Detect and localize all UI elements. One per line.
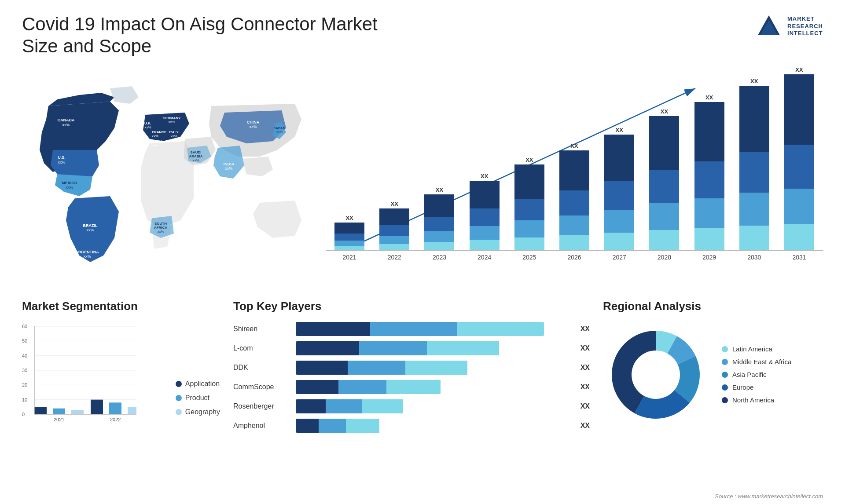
svg-text:BRAZIL: BRAZIL <box>83 223 98 228</box>
bar-year-label: 2031 <box>780 254 819 261</box>
bar-xx-label: XX <box>705 94 713 101</box>
bar-segment <box>604 135 634 181</box>
svg-text:xx%: xx% <box>66 185 73 190</box>
svg-text:FRANCE: FRANCE <box>152 130 167 134</box>
svg-text:xx%: xx% <box>157 230 164 234</box>
svg-text:xx%: xx% <box>58 160 65 164</box>
donut-legend-label: Middle East & Africa <box>732 358 791 365</box>
logo-icon <box>756 13 782 40</box>
legend-dot-application <box>176 381 182 387</box>
player-xx-label: XX <box>580 402 590 410</box>
bar-segment <box>739 152 769 193</box>
player-bar <box>296 322 544 336</box>
player-xx-label: XX <box>580 383 590 391</box>
svg-text:xx%: xx% <box>192 158 199 162</box>
svg-text:GERMANY: GERMANY <box>163 116 181 120</box>
player-bar-segment <box>370 322 457 336</box>
donut-legend-dot <box>722 384 728 391</box>
bar-year-label: 2022 <box>375 254 414 261</box>
bar-year-label: 2024 <box>465 254 504 261</box>
bottom-row: Market Segmentation Application Product <box>22 295 823 437</box>
svg-text:JAPAN: JAPAN <box>274 126 286 130</box>
bar-group: XX <box>735 78 774 250</box>
bar-stack <box>649 116 679 250</box>
player-bar-segment <box>386 380 441 394</box>
bar-segment <box>559 190 589 215</box>
bar-stack <box>379 208 409 250</box>
svg-text:xx%: xx% <box>168 120 175 124</box>
bar-group: XX <box>555 142 594 250</box>
main-grid: CANADA xx% U.S. xx% MEXICO xx% BRAZIL xx… <box>22 71 823 291</box>
segmentation-title: Market Segmentation <box>22 299 220 313</box>
donut-legend-label: Europe <box>732 383 753 391</box>
bar-group: XX <box>690 94 729 250</box>
donut-legend-item: North America <box>722 396 791 404</box>
bar-group: XX <box>780 66 819 250</box>
bar-group: XX <box>375 201 414 250</box>
bar-segment <box>694 161 724 198</box>
bar-year-label: 2023 <box>420 254 459 261</box>
player-bar-container <box>296 322 572 336</box>
player-bar-segment <box>296 419 319 433</box>
player-bar-segment <box>348 361 406 375</box>
svg-text:MEXICO: MEXICO <box>62 181 77 185</box>
player-bar-segment <box>346 419 379 433</box>
bar-segment <box>424 217 454 231</box>
bar-xx-label: XX <box>525 157 533 163</box>
bar-stack <box>739 86 769 250</box>
bar-segment <box>604 210 634 233</box>
bar-segment <box>784 74 814 145</box>
bar-segment <box>784 145 814 189</box>
bar-segment <box>649 170 679 203</box>
player-bar-segment <box>296 380 338 394</box>
svg-text:xx%: xx% <box>276 130 283 134</box>
bar-segment <box>694 102 724 161</box>
bar-segment <box>470 208 500 226</box>
svg-text:U.S.: U.S. <box>58 155 66 160</box>
player-name: Amphenol <box>233 422 290 430</box>
donut-container: Latin AmericaMiddle East & AfricaAsia Pa… <box>603 322 823 427</box>
bar-segment <box>334 241 364 246</box>
player-bar-segment <box>296 341 359 355</box>
svg-text:CHINA: CHINA <box>247 120 260 124</box>
player-bar-container <box>296 399 572 413</box>
player-bar-container <box>296 380 572 394</box>
bar-segment <box>514 220 544 237</box>
bar-stack <box>559 150 589 250</box>
svg-text:U.K.: U.K. <box>144 121 151 125</box>
player-xx-label: XX <box>580 325 590 333</box>
bar-segment <box>379 225 409 236</box>
regional-section: Regional Analysis Latin AmericaMiddle Ea… <box>603 295 823 437</box>
player-bar-segment <box>296 322 370 336</box>
bar-year-label: 2026 <box>555 254 594 261</box>
bar-stack <box>424 194 454 250</box>
bar-segment <box>470 240 500 250</box>
player-bar-segment <box>296 399 326 413</box>
player-row: ShireenXX <box>233 322 590 336</box>
bar-xx-label: XX <box>436 186 443 193</box>
player-bar-segment <box>362 399 403 413</box>
bar-xx-label: XX <box>661 108 668 115</box>
page-title: Covid 19 Impact On Aisg Connector Market… <box>22 13 418 58</box>
donut-legend-dot <box>722 397 728 403</box>
bar-xx-label: XX <box>570 142 578 149</box>
player-bar <box>296 380 489 394</box>
bar-segment <box>559 235 589 250</box>
bar-segment <box>694 198 724 228</box>
donut-legend-item: Latin America <box>722 345 791 353</box>
bar-stack <box>514 164 544 250</box>
bar-stack <box>334 223 364 250</box>
players-title: Top Key Players <box>233 299 590 313</box>
player-bar-container <box>296 361 572 375</box>
bar-segment <box>334 246 364 250</box>
player-xx-label: XX <box>580 422 590 430</box>
player-bar <box>296 419 448 433</box>
player-bar-segment <box>359 341 427 355</box>
legend-dot-geography <box>176 409 182 415</box>
bar-group: XX <box>645 108 683 250</box>
svg-text:AFRICA: AFRICA <box>154 226 167 230</box>
svg-text:SAUDI: SAUDI <box>191 150 202 154</box>
bar-year-label: 2029 <box>690 254 729 261</box>
segmentation-chart <box>22 322 136 427</box>
bar-year-label: 2025 <box>510 254 549 261</box>
